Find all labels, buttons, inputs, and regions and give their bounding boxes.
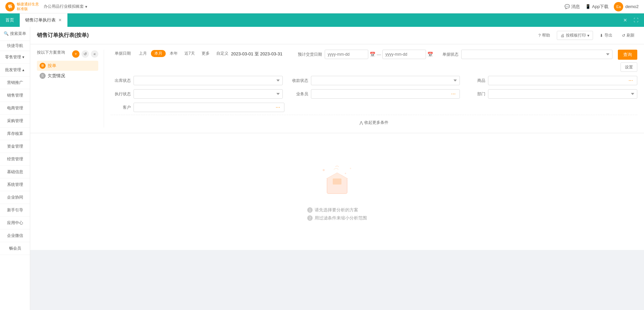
tab-sales-exec[interactable]: 销售订单执行表 ✕ (20, 13, 67, 27)
filter-panel: 按以下方案查询 + ↺ « 单 按单 欠 欠货情况 (30, 44, 644, 133)
collapse-icon: ⋀ (360, 120, 363, 125)
close-all-tabs-button[interactable]: ✕ (621, 16, 629, 24)
tab-bar: 首页 销售订单执行表 ✕ ✕ ⛶ (0, 13, 644, 27)
customer-control: ··· (133, 103, 284, 112)
customer-input[interactable] (137, 105, 274, 110)
sidebar-item-member[interactable]: 畅会员 (0, 242, 30, 255)
goods-ellipsis-button[interactable]: ··· (627, 78, 634, 84)
last-month-btn[interactable]: 上月 (136, 50, 150, 57)
sidebar-item-retail-mgmt[interactable]: 零售管理 ▼ (0, 51, 30, 64)
customer-ellipsis-button[interactable]: ··· (274, 104, 281, 110)
goods-input[interactable] (491, 78, 627, 83)
sidebar-item-system[interactable]: 系统管理 (0, 178, 30, 191)
sidebar-item-ecommerce[interactable]: 电商管理 (0, 102, 30, 115)
expected-date-field: 预计交货日期 📅 — 📅 (298, 50, 433, 59)
add-scheme-button[interactable]: + (72, 50, 79, 58)
app-download-button[interactable]: 📱 App下载 (585, 4, 608, 10)
avatar: Ea (614, 2, 623, 11)
help-button[interactable]: ? 帮助 (536, 31, 553, 40)
message-button[interactable]: 💬 消息 (565, 4, 580, 10)
sidebar-item-finance[interactable]: 资金管理 (0, 140, 30, 153)
refresh-icon: ↺ (622, 33, 625, 38)
sidebar-item-basic-info[interactable]: 基础信息 (0, 166, 30, 178)
sidebar-item-sales-mgmt[interactable]: 销售管理 (0, 89, 30, 102)
outbound-status-label: 出库状态 (111, 78, 131, 84)
salesperson-ellipsis-button[interactable]: ··· (450, 91, 457, 97)
app-selector[interactable]: 办公用品行业模拟账套 ▾ (42, 3, 89, 10)
sidebar-item-app-center[interactable]: 应用中心 (0, 217, 30, 229)
sidebar-item-marketing[interactable]: 营销推广 (0, 76, 30, 89)
settings-button[interactable]: 设置 (621, 62, 637, 72)
sidebar-item-newbie[interactable]: 新手引导 (0, 204, 30, 217)
page-actions: ? 帮助 🖨 按模板打印 ▾ ⬇ 导出 ↺ 刷新 (536, 31, 637, 40)
sidebar-item-enterprise-wechat[interactable]: 企业微信 (0, 229, 30, 242)
filter-row-3: 执行状态 业务员 ··· (111, 89, 637, 99)
empty-state: 1 请先选择要分析的方案 2 用过滤条件来缩小分析范围 (30, 133, 644, 250)
refresh-scheme-button[interactable]: ↺ (82, 50, 89, 58)
goods-control: ··· (488, 76, 637, 85)
more-btn[interactable]: 更多 (199, 50, 212, 57)
export-button[interactable]: ⬇ 导出 (597, 31, 615, 40)
refresh-button[interactable]: ↺ 刷新 (619, 31, 637, 40)
receivable-status-select[interactable] (311, 76, 460, 85)
exec-status-field: 执行状态 (111, 89, 283, 99)
department-control (488, 89, 637, 99)
logo-text: 畅捷通好生意 标准版 (17, 2, 39, 11)
doc-status-select[interactable] (461, 50, 612, 59)
collapse-sidebar-button[interactable]: « (91, 50, 98, 58)
exec-status-label: 执行状态 (111, 91, 131, 97)
exec-status-select[interactable] (133, 89, 283, 99)
query-btn-group: 查询 设置 (618, 50, 637, 72)
scheme-press-single[interactable]: 单 按单 (37, 61, 98, 71)
sidebar-item-purchase[interactable]: 采购管理 (0, 115, 30, 127)
sidebar-item-enterprise[interactable]: 企业协同 (0, 191, 30, 204)
exec-status-control (133, 89, 283, 99)
chevron-icon: ▲ (22, 68, 25, 72)
chevron-icon: ▼ (22, 55, 25, 59)
app-download-icon: 📱 (585, 4, 591, 9)
salesperson-label: 业务员 (288, 91, 308, 97)
last-7-days-btn[interactable]: 近7天 (182, 50, 198, 57)
calendar-icon-to[interactable]: 📅 (427, 52, 433, 57)
user-name: demo2 (625, 4, 639, 9)
salesperson-field: 业务员 ··· (288, 89, 460, 99)
message-icon: 💬 (565, 4, 570, 9)
svg-point-5 (350, 168, 351, 169)
current-year-btn[interactable]: 本年 (167, 50, 180, 57)
sidebar: 🔍 搜索菜单 快捷导航 零售管理 ▼ 批发管理 ▲ 营销推广 销售管理 电商管理… (0, 27, 30, 310)
expected-date-from[interactable] (325, 50, 368, 59)
doc-status-field: 单据状态 (438, 50, 612, 59)
filter-sidebar-title: 按以下方案查询 (37, 50, 65, 55)
doc-status-label: 单据状态 (438, 52, 459, 57)
sidebar-item-wholesale-mgmt[interactable]: 批发管理 ▲ (0, 64, 30, 76)
main-layout: 🔍 搜索菜单 快捷导航 零售管理 ▼ 批发管理 ▲ 营销推广 销售管理 电商管理… (0, 27, 644, 310)
custom-btn[interactable]: 自定义 (214, 50, 231, 57)
top-bar: 畅 畅捷通好生意 标准版 办公用品行业模拟账套 ▾ 💬 消息 📱 App下载 E… (0, 0, 644, 13)
customer-label: 客户 (111, 105, 131, 110)
scheme-arrears[interactable]: 欠 欠货情况 (37, 71, 98, 81)
outbound-status-select[interactable] (133, 76, 283, 85)
expected-date-to[interactable] (382, 50, 426, 59)
filter-divider (111, 115, 637, 115)
user-area[interactable]: Ea demo2 (614, 2, 639, 11)
tab-home[interactable]: 首页 (0, 13, 20, 27)
salesperson-input[interactable] (314, 92, 450, 96)
current-month-btn[interactable]: 本月 (151, 50, 166, 57)
quick-nav-button[interactable]: 快捷导航 (0, 41, 30, 51)
department-select[interactable] (488, 89, 637, 99)
query-button[interactable]: 查询 (618, 50, 637, 60)
receivable-status-label: 收款状态 (288, 78, 308, 84)
chevron-down-icon: ▾ (587, 33, 589, 38)
filter-row-1: 单据日期 上月 本月 本年 近7天 更多 自定义 20 (111, 50, 637, 72)
top-bar-right: 💬 消息 📱 App下载 Ea demo2 (565, 2, 639, 11)
fullscreen-button[interactable]: ⛶ (632, 16, 640, 24)
empty-illustration (317, 160, 357, 200)
sidebar-item-operations[interactable]: 经营管理 (0, 153, 30, 166)
doc-date-field: 单据日期 上月 本月 本年 近7天 更多 自定义 20 (111, 50, 282, 57)
collapse-more-button[interactable]: ⋀ 收起更多条件 (111, 118, 637, 127)
search-menu-button[interactable]: 🔍 搜索菜单 (3, 30, 27, 38)
print-button[interactable]: 🖨 按模板打印 ▾ (557, 31, 593, 40)
calendar-icon-from[interactable]: 📅 (370, 52, 375, 57)
tab-close-icon[interactable]: ✕ (58, 18, 62, 22)
sidebar-item-inventory[interactable]: 库存核算 (0, 127, 30, 140)
